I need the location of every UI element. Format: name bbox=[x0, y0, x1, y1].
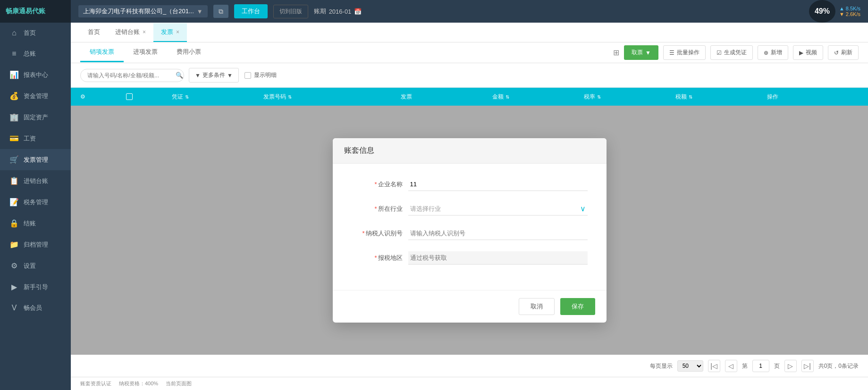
status-bar: 账套资质认证 纳税资格：400% 当前页面图 bbox=[71, 377, 868, 390]
ticket-dropdown-icon: ▼ bbox=[645, 50, 651, 56]
tab-invoice-close-icon[interactable]: × bbox=[176, 29, 179, 35]
speed-numbers: ▲ 8.5K/s ▼ 2.6K/s bbox=[839, 6, 860, 17]
show-detail-checkbox[interactable] bbox=[244, 72, 251, 79]
add-button[interactable]: ⊕ 新增 bbox=[758, 45, 788, 60]
modal-overlay: 账套信息 *企业名称 *所在行业 bbox=[71, 106, 868, 355]
speed-indicator: 49% bbox=[809, 0, 835, 23]
sidebar-item-固定资产[interactable]: 🏢固定资产 bbox=[0, 107, 71, 128]
sidebar-item-总账[interactable]: ≡总账 bbox=[0, 43, 71, 64]
per-page-select[interactable]: 50 100 200 bbox=[677, 360, 703, 372]
generate-cert-button[interactable]: ☑ 生成凭证 bbox=[710, 45, 753, 60]
sidebar-item-资金管理[interactable]: 💰资金管理 bbox=[0, 85, 71, 107]
sort-amount-icon[interactable]: ⇅ bbox=[506, 94, 509, 100]
sidebar-item-进销台账[interactable]: 📋进销台账 bbox=[0, 170, 71, 191]
company-selector[interactable]: 上海卯金刀电子科技有限公司_（台201... ▼ bbox=[78, 5, 208, 17]
nav-label-2: 报表中心 bbox=[24, 71, 48, 79]
sidebar-nav: ⌂首页≡总账📊报表中心💰资金管理🏢固定资产💳工资🛒发票管理📋进销台账📝税务管理🔒… bbox=[0, 23, 71, 390]
first-page-button[interactable]: |◁ bbox=[708, 360, 720, 372]
status-info: 纳税资格：400% bbox=[119, 380, 158, 387]
download-arrow-icon: ▼ bbox=[839, 11, 844, 17]
video-button[interactable]: ▶ 视频 bbox=[793, 45, 823, 60]
settings-icon[interactable]: ⚙ bbox=[80, 93, 85, 100]
total-info: 共0页，0条记录 bbox=[818, 362, 859, 370]
save-button[interactable]: 保存 bbox=[560, 298, 595, 315]
page-label-prefix: 第 bbox=[742, 362, 748, 370]
last-page-button[interactable]: ▷| bbox=[801, 360, 814, 372]
nav-label-11: 设置 bbox=[24, 262, 36, 270]
nav-icon-11: ⚙ bbox=[9, 261, 19, 270]
tab-invoice[interactable]: 发票 × bbox=[153, 23, 187, 42]
sub-tab-purchase-invoice[interactable]: 进项发票 bbox=[124, 43, 167, 62]
switch-version-button[interactable]: 切到旧版 bbox=[273, 5, 308, 18]
copy-button[interactable]: ⧉ bbox=[213, 5, 228, 18]
next-page-button[interactable]: ▷ bbox=[784, 360, 797, 372]
sidebar-item-发票管理[interactable]: 🛒发票管理 bbox=[0, 149, 71, 170]
calendar-icon[interactable]: 📅 bbox=[354, 8, 362, 15]
show-detail-toggle[interactable]: 显示明细 bbox=[244, 71, 277, 79]
nav-label-9: 结账 bbox=[24, 219, 36, 228]
form-row-industry: *所在行业 请选择行业 ∨ bbox=[352, 202, 588, 216]
th-settings: ⚙ bbox=[80, 93, 126, 100]
tab-home-label: 首页 bbox=[88, 28, 100, 36]
table-header: ⚙ 凭证 ⇅ 发票号码 ⇅ 发票 金额 ⇅ 税率 ⇅ bbox=[71, 88, 868, 106]
input-tax-id[interactable] bbox=[408, 227, 588, 240]
industry-select[interactable]: 请选择行业 bbox=[408, 202, 588, 215]
filter-button[interactable]: ▼ 更多条件 ▼ bbox=[189, 68, 239, 83]
th-voucher: 凭证 ⇅ bbox=[172, 93, 263, 101]
page-label-suffix: 页 bbox=[774, 362, 780, 370]
dialog-footer: 取消 保存 bbox=[333, 290, 607, 323]
th-amount: 金额 ⇅ bbox=[492, 93, 584, 101]
ticket-button[interactable]: 取票 ▼ bbox=[624, 45, 658, 60]
pagination: 每页显示 50 100 200 |◁ ◁ 第 页 ▷ ▷| 共0页，0条记录 bbox=[71, 355, 868, 377]
cancel-button[interactable]: 取消 bbox=[519, 298, 555, 315]
sort-rate-icon[interactable]: ⇅ bbox=[597, 94, 601, 100]
sub-tabs: 销项发票 进项发票 费用小票 ⊞ 取票 ▼ ☰ 批量操作 ☑ bbox=[71, 42, 868, 63]
grid-view-icon[interactable]: ⊞ bbox=[613, 48, 619, 57]
sidebar-item-税务管理[interactable]: 📝税务管理 bbox=[0, 191, 71, 213]
th-invoice-type: 发票 bbox=[401, 93, 492, 101]
sort-voucher-icon[interactable]: ⇅ bbox=[185, 94, 189, 100]
input-company-name[interactable] bbox=[408, 178, 588, 191]
nav-label-1: 总账 bbox=[24, 50, 36, 58]
sidebar-item-新手引导[interactable]: ▶新手引导 bbox=[0, 276, 71, 298]
status-extra: 当前页面图 bbox=[166, 380, 192, 387]
content-area: 账套信息 *企业名称 *所在行业 bbox=[71, 106, 868, 355]
nav-icon-8: 📝 bbox=[9, 198, 19, 207]
sub-tab-sales-invoice[interactable]: 销项发票 bbox=[80, 43, 124, 62]
nav-icon-9: 🔒 bbox=[9, 219, 19, 228]
batch-op-button[interactable]: ☰ 批量操作 bbox=[663, 45, 706, 60]
nav-icon-5: 💳 bbox=[9, 134, 19, 143]
current-page-input[interactable] bbox=[752, 360, 769, 372]
download-speed: ▼ 2.6K/s bbox=[839, 11, 860, 17]
industry-select-wrapper: 请选择行业 ∨ bbox=[408, 202, 588, 216]
sidebar-item-设置[interactable]: ⚙设置 bbox=[0, 255, 71, 276]
company-name: 上海卯金刀电子科技有限公司_（台201... bbox=[83, 7, 194, 16]
sort-invoice-icon[interactable]: ⇅ bbox=[288, 94, 292, 100]
search-input[interactable] bbox=[80, 69, 184, 82]
sub-tab-expense-receipt[interactable]: 费用小票 bbox=[167, 43, 211, 62]
nav-icon-13: V bbox=[9, 304, 19, 312]
nav-icon-7: 📋 bbox=[9, 176, 19, 185]
search-icon[interactable]: 🔍 bbox=[176, 72, 183, 79]
filter-arrow-icon: ▼ bbox=[227, 72, 233, 79]
tab-purchase-ledger[interactable]: 进销台账 × bbox=[108, 23, 153, 42]
sidebar-item-报表中心[interactable]: 📊报表中心 bbox=[0, 64, 71, 85]
sidebar-logo: 畅康通易代账 bbox=[0, 0, 71, 23]
period-label: 账期 bbox=[314, 7, 326, 16]
tab-home[interactable]: 首页 bbox=[80, 23, 108, 42]
prev-page-button[interactable]: ◁ bbox=[725, 360, 737, 372]
sidebar-item-工资[interactable]: 💳工资 bbox=[0, 128, 71, 149]
sidebar-item-畅会员[interactable]: V畅会员 bbox=[0, 298, 71, 318]
sidebar-item-首页[interactable]: ⌂首页 bbox=[0, 23, 71, 43]
logo-text: 畅康通易代账 bbox=[6, 7, 45, 16]
select-all-checkbox[interactable] bbox=[126, 93, 133, 100]
sidebar-item-归档管理[interactable]: 📁归档管理 bbox=[0, 234, 71, 255]
workbench-button[interactable]: 工作台 bbox=[234, 4, 268, 18]
tab-purchase-label: 进销台账 bbox=[115, 28, 140, 36]
sort-tax-icon[interactable]: ⇅ bbox=[689, 94, 692, 100]
form-row-company-name: *企业名称 bbox=[352, 178, 588, 191]
tab-purchase-close-icon[interactable]: × bbox=[143, 29, 146, 35]
refresh-button[interactable]: ↺ 刷新 bbox=[828, 45, 859, 60]
status-text: 账套资质认证 bbox=[80, 380, 111, 387]
sidebar-item-结账[interactable]: 🔒结账 bbox=[0, 213, 71, 234]
